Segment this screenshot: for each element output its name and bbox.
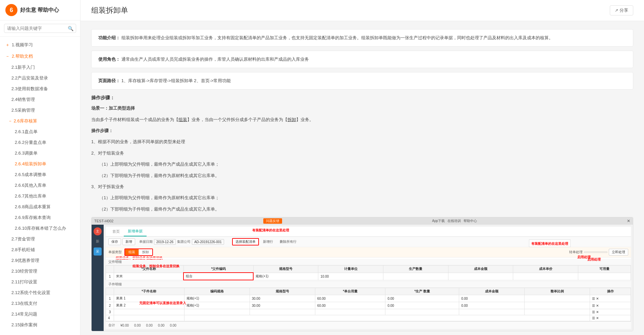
- step-3-1: （1）上部明细为父件明细，最终作为原材料生成其它出库单；: [91, 194, 633, 202]
- step-2-1: （1）上部明细为父件明细，最终作为产成品生成其它入库单；: [91, 160, 633, 168]
- sidebar-item-inventory[interactable]: － 2.6库存核算: [0, 116, 80, 126]
- ss-footer: 合计 ¥0.00 0.00 0.00 0.00 0.00: [106, 321, 631, 329]
- ss-parent-table: *父件名称 *父件编码 规格型号 计量单位 生产数量 成本金额 成本单价 可用量: [106, 265, 631, 280]
- screenshot-left-nav: 主 新 采: [92, 225, 104, 331]
- step-3: 3、对于拆装业务: [91, 183, 633, 190]
- ss-type-selector: 组装 拆卸: [124, 248, 153, 256]
- screenshot-chrome-bar: TEST-H002 问题反馈 App下载 在线培训 帮助中心 ✕: [92, 217, 633, 225]
- sidebar-item-case[interactable]: 2.15操作案例: [0, 320, 80, 330]
- step-2: 2、对于组装业务: [91, 149, 633, 157]
- sidebar-item-coupon[interactable]: 2.9优惠券管理: [0, 255, 80, 266]
- steps-area: 操作步骤： 场景一：加工类型选择 当由多个子件材料组装成一个成品的业务为【组装】…: [91, 95, 633, 213]
- nav-section-1: ＋ 1.视频学习: [0, 39, 80, 51]
- function-intro-text: 组装拆卸单用来处理企业组装或拆卸等加工业务，支持有固定装配清单的产品加工业务，也…: [121, 35, 553, 40]
- scene1-title: 场景一：加工类型选择: [91, 104, 633, 112]
- annotation-overlay-4: 无固定清单可以直接在这里录入: [139, 300, 186, 305]
- sidebar-item-help-docs[interactable]: － 2.帮助文档: [0, 51, 80, 62]
- sidebar-item-video[interactable]: ＋ 1.视频学习: [0, 39, 80, 51]
- screenshot-top-btn: 问题反馈: [263, 218, 282, 224]
- sidebar: 6 好生意 帮助中心 🔍 ＋ 1.视频学习 － 2.帮助文档 2.1新手入门: [0, 0, 80, 335]
- scene1-desc: 当由多个子件材料组装成一个成品的业务为【组装】业务，当由一个父件拆分成多个子产品…: [91, 116, 633, 123]
- sidebar-item-ops[interactable]: 2.10经营管理: [0, 266, 80, 277]
- minus-icon-small: －: [8, 118, 12, 123]
- path-block: 页面路径： 1、库存核算->库存管理->组装拆卸单 2、首页->常用功能: [91, 72, 633, 90]
- sidebar-item-cost-recalc[interactable]: 2.6.8商品成本重算: [0, 202, 80, 212]
- role-text: 通常由生产人员或库管人员完成拆装业务的操作，库管人员确认原材料的出库和产成品的入…: [121, 57, 309, 62]
- sidebar-item-cost-adj[interactable]: 2.6.5成本调整单: [0, 169, 80, 180]
- topbar: 组装拆卸单 ↗ 分享: [80, 0, 644, 21]
- screenshot-body: 主 新 采 首页 新增单据 保存 新增 单据日期: [92, 225, 633, 331]
- sidebar-sub-items: 2.1新手入门 2.2产品安装及登录 2.3使用前数据准备 2.4销售管理 2.…: [0, 62, 80, 330]
- page-title: 组装拆卸单: [91, 5, 128, 15]
- ss-btn-confirm: 立即处理: [609, 249, 628, 256]
- sidebar-item-faq[interactable]: 2.14常见问题: [0, 309, 80, 320]
- share-button[interactable]: ↗ 分享: [610, 5, 633, 15]
- role-label: 使用角色：: [98, 57, 120, 62]
- sidebar-item-transfer[interactable]: 2.6.3调拨单: [0, 148, 80, 159]
- screenshot-tabs: 首页 新增单据: [106, 227, 631, 237]
- sidebar-item-mobile[interactable]: 2.8手机旺铺: [0, 244, 80, 255]
- sidebar-item-print[interactable]: 2.11打印设置: [0, 277, 80, 287]
- minus-icon: －: [5, 53, 10, 59]
- sidebar-item-partial-count[interactable]: 2.6.2分量盘点单: [0, 137, 80, 148]
- function-intro-block: 功能介绍： 组装拆卸单用来处理企业组装或拆卸等加工业务，支持有固定装配清单的产品…: [91, 29, 633, 47]
- annotation-assembly: 有装配清单的在这里处理: [252, 228, 289, 233]
- sidebar-item-personalize[interactable]: 2.12系统个性化设置: [0, 287, 80, 298]
- sidebar-item-stocktake[interactable]: 2.6.1盘点单: [0, 126, 80, 137]
- sidebar-item-install[interactable]: 2.2产品安装及登录: [0, 73, 80, 83]
- sidebar-item-purchase[interactable]: 2.5采购管理: [0, 105, 80, 116]
- share-icon: ↗: [615, 8, 618, 13]
- app-name: 好生意 帮助中心: [20, 7, 59, 14]
- step-2-2: （2）下部明细为子件明细，最终作为原材料生成其它出库单。: [91, 172, 633, 179]
- ops-steps-label: 操作步骤：: [91, 128, 113, 133]
- nav-section-2: － 2.帮助文档 2.1新手入门 2.2产品安装及登录 2.3使用前数据准备 2…: [0, 51, 80, 330]
- step-3-2: （2）下部明细为子件明细，最终作为产成品生成其它入库单。: [91, 205, 633, 213]
- ops-title: 操作步骤：: [91, 95, 633, 101]
- annotation-overlay-3: 启用处理: [587, 256, 601, 262]
- sidebar-item-data-prep[interactable]: 2.3使用前数据准备: [0, 83, 80, 94]
- sidebar-label: 1.视频学习: [12, 42, 33, 48]
- sidebar-item-ledger-query[interactable]: 2.6.9库存账本查询: [0, 212, 80, 223]
- main-content: 组装拆卸单 ↗ 分享 功能介绍： 组装拆卸单用来处理企业组装或拆卸等加工业务，支…: [80, 0, 644, 335]
- sidebar-item-assembly[interactable]: 2.6.4组装拆卸单: [0, 159, 80, 169]
- plus-icon: ＋: [5, 42, 10, 48]
- step-1: 1、根据不同的业务，选择不同单据的类型来处理: [91, 138, 633, 146]
- role-block: 使用角色： 通常由生产人员或库管人员完成拆装业务的操作，库管人员确认原材料的出库…: [91, 51, 633, 68]
- content-area: 功能介绍： 组装拆卸单用来处理企业组装或拆卸等加工业务，支持有固定装配清单的产品…: [80, 21, 644, 335]
- sidebar-item-finance[interactable]: 2.7资金管理: [0, 234, 80, 244]
- search-input[interactable]: [4, 24, 76, 33]
- logo-icon: 6: [5, 4, 17, 16]
- sidebar-item-other-in[interactable]: 2.6.6其他入库单: [0, 180, 80, 191]
- sidebar-item-online-pay[interactable]: 2.13在线支付: [0, 298, 80, 309]
- screenshot-main-area: 首页 新增单据 保存 新增 单据日期 2019-12-26 集团公司 AD-20…: [106, 227, 631, 329]
- path-label: 页面路径：: [98, 78, 120, 83]
- sidebar-header: 6 好生意 帮助中心: [0, 0, 80, 20]
- scene1-desc-text: 当由多个子件材料组装成一个成品的业务为【组装】业务，当由一个父件拆分成多个子产品…: [91, 117, 314, 122]
- function-intro-label: 功能介绍：: [98, 35, 120, 40]
- sidebar-item-other-out[interactable]: 2.6.7其他出库单: [0, 191, 80, 202]
- ss-btn-assembly-list: 选择装配清单: [232, 238, 259, 245]
- search-icon[interactable]: 🔍: [68, 26, 73, 31]
- ss-btn-save: 保存: [108, 238, 121, 245]
- path-text: 1、库存核算->库存管理->组装拆卸单 2、首页->常用功能: [121, 78, 231, 83]
- scene1-title-text: 场景一：加工类型选择: [91, 106, 135, 111]
- ss-btn-new: 新增: [122, 238, 135, 245]
- annotation-overlay-2: 组装业务、拆卸业务在这里切换: [132, 263, 179, 269]
- annotation-overlay-1: 有装配清单的在这里处理: [529, 239, 571, 247]
- screenshot-type-row: 单据类型 组装 拆卸 组装业务、拆卸业务在这里切换 转单处理 立即处理: [106, 247, 631, 258]
- screenshot-container: TEST-H002 问题反馈 App下载 在线培训 帮助中心 ✕ 主 新 采: [91, 217, 633, 331]
- ops-steps-title: 操作步骤：: [91, 127, 633, 134]
- sidebar-label: 2.帮助文档: [12, 53, 33, 59]
- sidebar-item-sales[interactable]: 2.4销售管理: [0, 94, 80, 105]
- sidebar-item-newbie[interactable]: 2.1新手入门: [0, 62, 80, 73]
- sidebar-item-ledger-fix[interactable]: 2.6.10库存账本错了怎么办: [0, 223, 80, 234]
- sidebar-nav: ＋ 1.视频学习 － 2.帮助文档 2.1新手入门 2.2产品安装及登录 2.3…: [0, 37, 80, 335]
- screenshot-close-icon: ✕: [627, 219, 630, 223]
- search-box: 🔍: [0, 20, 80, 37]
